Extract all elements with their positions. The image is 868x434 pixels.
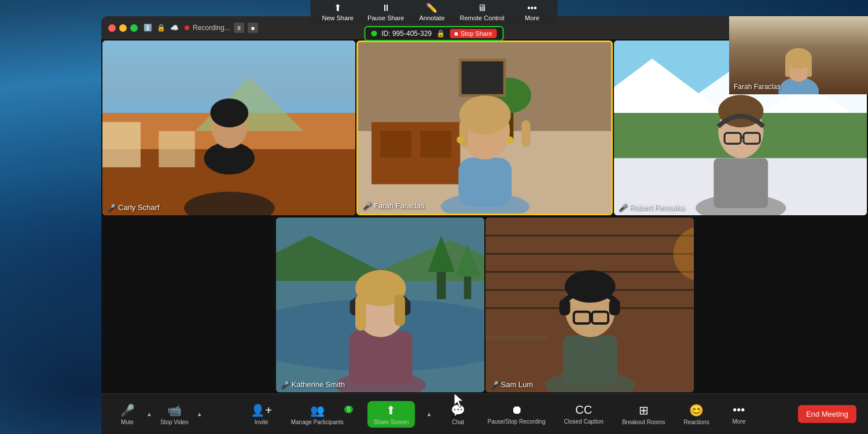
reactions-button[interactable]: 😊 Reactions: [680, 401, 712, 428]
remote-control-label: Remote Control: [459, 14, 504, 21]
recording-indicator: Recording... ⏸ ■: [185, 23, 258, 33]
participants-icon: 👥: [310, 403, 325, 417]
stop-share-button[interactable]: ■ Stop Share: [450, 29, 497, 38]
more-label: More: [525, 14, 539, 21]
stop-video-label: Stop Video: [160, 419, 189, 425]
video-cell-farah[interactable]: 🎤 Farah Faraclas: [356, 41, 613, 215]
mute-chevron[interactable]: ▲: [146, 411, 152, 417]
mute-label: Mute: [121, 419, 134, 425]
video-chevron[interactable]: ▲: [197, 411, 203, 417]
record-button[interactable]: ⏺ Pause/Stop Recording: [484, 401, 549, 427]
more-label: More: [732, 418, 745, 425]
katherine-bg-art: [276, 218, 484, 392]
svg-point-31: [506, 137, 513, 144]
carly-bg-art: [102, 41, 355, 215]
record-label: Pause/Stop Recording: [487, 418, 545, 425]
annotate-button[interactable]: ✏️ Annotate: [418, 2, 446, 21]
participants-group: 👥 Manage Participants 5: [288, 401, 356, 428]
katherine-label: 🎤 Katherine Smith: [281, 380, 345, 389]
robert-label: 🎤 Robert Peroutka: [619, 203, 685, 212]
svg-rect-23: [460, 60, 505, 95]
remote-control-button[interactable]: 🖥 Remote Control: [459, 3, 504, 21]
share-screen-label: Share Screen: [373, 419, 409, 425]
minimize-button[interactable]: [119, 24, 127, 32]
pause-share-button[interactable]: ⏸ Pause Share: [367, 3, 404, 21]
chat-button[interactable]: 💬 Chat: [443, 401, 472, 428]
breakout-label: Breakout Rooms: [622, 419, 665, 425]
invite-icon: 👤+: [251, 403, 272, 417]
manage-participants-button[interactable]: 👥 Manage Participants: [288, 401, 347, 428]
svg-rect-4: [807, 60, 812, 77]
carly-mic-icon: 🎤: [107, 204, 116, 212]
svg-rect-74: [559, 299, 570, 315]
share-icon: ⬆: [334, 2, 341, 13]
share-screen-icon: ⬆: [386, 403, 396, 417]
farah-thumbnail: Farah Faraclas: [729, 16, 868, 94]
stop-video-button[interactable]: 📹 Stop Video: [157, 401, 192, 428]
more-button[interactable]: ••• More: [724, 401, 753, 427]
svg-point-15: [210, 98, 248, 127]
more-dots-icon: •••: [527, 3, 537, 13]
cloud-icon: ☁️: [170, 24, 179, 32]
svg-rect-20: [420, 131, 451, 157]
zoom-toolbar: ⬆ New Share ⏸ Pause Share ✏️ Annotate 🖥 …: [310, 0, 557, 41]
record-icon: ⏺: [511, 403, 523, 417]
new-share-button[interactable]: ⬆ New Share: [322, 2, 353, 21]
svg-rect-3: [785, 60, 790, 77]
katherine-mic-icon: 🎤: [281, 381, 289, 389]
robert-name: Robert Peroutka: [630, 203, 685, 212]
close-button[interactable]: [108, 24, 116, 32]
svg-rect-25: [458, 157, 512, 206]
video-cell-katherine[interactable]: 🎤 Katherine Smith: [276, 218, 484, 392]
svg-point-30: [457, 137, 464, 144]
toolbar-top-bar: ⬆ New Share ⏸ Pause Share ✏️ Annotate 🖥 …: [310, 0, 557, 24]
maximize-button[interactable]: [130, 24, 138, 32]
sam-label: 🎤 Sam Lum: [490, 380, 534, 389]
svg-rect-19: [380, 131, 411, 157]
pause-share-label: Pause Share: [367, 14, 404, 21]
titlebar-info: ℹ️ 🔒 ☁️: [144, 24, 179, 32]
carly-name: Carly Scharf: [118, 203, 160, 212]
info-icon: ℹ️: [144, 24, 152, 32]
svg-rect-9: [159, 131, 195, 167]
breakout-button[interactable]: ⊞ Breakout Rooms: [619, 401, 668, 428]
svg-rect-69: [486, 340, 486, 385]
share-screen-button[interactable]: ⬆ Share Screen: [367, 401, 414, 428]
reactions-icon: 😊: [689, 403, 704, 417]
video-cell-carly[interactable]: 🎤 Carly Scharf: [102, 41, 355, 215]
pause-icon: ⏸: [381, 3, 391, 13]
svg-rect-39: [713, 158, 768, 208]
farah-bg-art: [358, 42, 611, 214]
share-chevron[interactable]: ▲: [426, 411, 432, 417]
sharing-bar: ID: 995-405-329 🔒 ■ Stop Share: [364, 26, 503, 41]
mute-button[interactable]: 🎤 Mute: [113, 401, 142, 428]
video-cell-sam[interactable]: 🎤 Sam Lum: [486, 218, 694, 392]
video-row-bottom: 🎤 Katherine Smith: [102, 218, 867, 392]
farah-mic-icon: 🎤: [363, 202, 372, 210]
recording-stop-button[interactable]: ■: [248, 23, 258, 33]
caption-button[interactable]: CC Closed Caption: [561, 401, 607, 427]
zoom-window: ℹ️ 🔒 ☁️ Recording... ⏸ ■ ⊞ Speaker View …: [101, 16, 868, 434]
katherine-name: Katherine Smith: [292, 380, 345, 389]
recording-pause-button[interactable]: ⏸: [234, 23, 244, 33]
svg-rect-72: [562, 335, 617, 385]
more-toolbar-button[interactable]: ••• More: [518, 3, 546, 21]
toolbar-left: 🎤 Mute ▲ 📹 Stop Video ▲: [113, 401, 203, 428]
farah-thumbnail-name: Farah Faraclas: [734, 83, 781, 91]
bottom-toolbar: 🎤 Mute ▲ 📹 Stop Video ▲ 👤+ Invite 👥 Mana…: [101, 393, 868, 434]
invite-button[interactable]: 👤+ Invite: [247, 401, 276, 428]
annotate-label: Annotate: [419, 14, 444, 21]
svg-rect-54: [349, 331, 413, 385]
invite-label: Invite: [255, 419, 269, 425]
stop-share-dot: ■: [454, 30, 458, 37]
chat-label: Chat: [452, 419, 464, 425]
more-icon: •••: [733, 403, 745, 417]
farah-label: 🎤 Farah Faraclas: [363, 201, 424, 210]
caption-label: Closed Caption: [564, 418, 604, 425]
participants-label: Manage Participants: [291, 419, 344, 425]
end-meeting-button[interactable]: End Meeting: [798, 405, 856, 423]
reactions-label: Reactions: [683, 419, 709, 425]
svg-rect-60: [394, 295, 405, 326]
robert-mic-icon: 🎤: [619, 204, 627, 212]
svg-rect-29: [521, 120, 530, 147]
